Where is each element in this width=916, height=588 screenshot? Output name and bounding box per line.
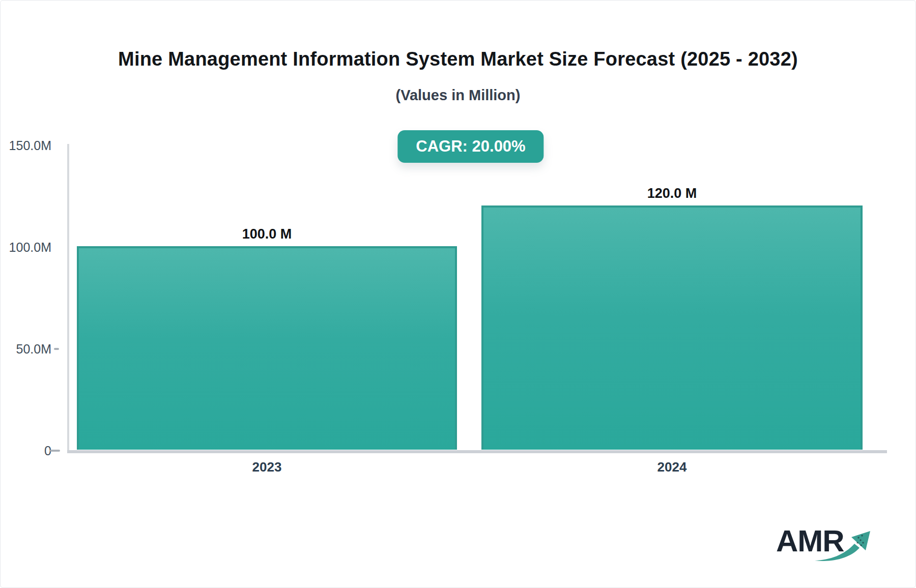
y-tick-50.0M: 50.0M: [1, 341, 67, 357]
cagr-badge-label: CAGR: 20.00%: [416, 137, 525, 155]
value-label-2024: 120.0 M: [481, 185, 863, 201]
bar-2023[interactable]: [77, 246, 457, 450]
chart-subtitle: (Values in Million): [1, 87, 915, 104]
category-label-2024: 2024: [481, 459, 863, 475]
amr-logo: AMR: [776, 523, 878, 566]
y-tick-100.0M: 100.0M: [1, 240, 67, 255]
y-tick-label: 100.0M: [9, 240, 51, 255]
bar-2024[interactable]: [481, 205, 863, 450]
x-axis-line: [67, 450, 887, 453]
cagr-badge: CAGR: 20.00%: [397, 130, 543, 163]
y-tick-0: 0: [1, 443, 67, 458]
y-axis-line: [67, 144, 69, 453]
y-tick-dash: [54, 348, 59, 350]
y-tick-label: 50.0M: [16, 341, 51, 357]
amr-logo-arrow-icon: [814, 531, 874, 563]
category-label-2023: 2023: [77, 459, 457, 475]
y-tick-dash: [50, 450, 60, 452]
chart-title: Mine Management Information System Marke…: [1, 48, 915, 70]
y-tick-150.0M: 150.0M: [1, 138, 67, 153]
y-tick-label: 150.0M: [9, 138, 51, 153]
chart-canvas: Mine Management Information System Marke…: [0, 0, 916, 588]
value-label-2023: 100.0 M: [77, 226, 457, 242]
